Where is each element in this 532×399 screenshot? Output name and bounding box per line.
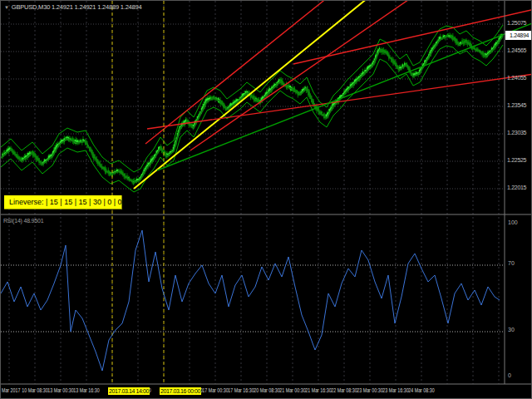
rsi-levels — [1, 265, 505, 332]
time-axis-label: 21 Mar 16:30 — [305, 387, 331, 393]
rsi-line[interactable] — [1, 230, 500, 371]
rsi-scale-label: 70 — [508, 260, 515, 266]
chart-title-bar: ▼GBPUSD,M30 1.24921 1.24921 1.24889 1.24… — [4, 3, 142, 11]
yellow-trend[interactable] — [134, 1, 372, 189]
rsi-indicator-label: RSI(14) 48.9501 — [3, 218, 43, 224]
collapse-arrow-icon[interactable]: ▼ — [4, 5, 9, 10]
time-axis-label: 17 Mar 00:30 — [202, 387, 228, 393]
price-axis-label: 1.24565 — [507, 47, 526, 53]
chart-window: ▼GBPUSD,M30 1.24921 1.24921 1.24889 1.24… — [0, 0, 532, 399]
time-axis-label: 24 Mar 08:30 — [408, 387, 434, 393]
time-axis-label: 17 Mar 16:30 — [228, 387, 254, 393]
time-axis-label: 13 Mar 00:30 — [47, 387, 73, 393]
rsi-scale-label: 0 — [508, 372, 511, 378]
time-axis-label: 13 Mar 16:30 — [73, 387, 99, 393]
time-axis-label: 23 Mar 16:30 — [382, 387, 408, 393]
time-axis-label: 23 Mar 00:30 — [357, 387, 382, 393]
time-axis-event-label: 2017.03.14 14:00 — [108, 387, 150, 395]
red-steep-2[interactable] — [190, 1, 416, 150]
red-channel-upper[interactable] — [293, 9, 532, 64]
time-axis[interactable]: 9 Mar 201710 Mar 08:3013 Mar 00:3013 Mar… — [1, 385, 532, 399]
time-axis-label: 10 Mar 08:30 — [22, 387, 47, 393]
symbol-period-label: GBPUSD,M30 — [12, 3, 50, 11]
time-axis-event-label: 2017.03.16 00:00 — [160, 387, 201, 395]
time-axis-label: 21 Mar 00:30 — [279, 387, 305, 393]
time-axis-label: 20 Mar 08:30 — [254, 387, 279, 393]
price-axis-label: 1.22525 — [507, 157, 526, 163]
rsi-scale-label: 100 — [508, 219, 518, 225]
price-axis-label: 1.25075 — [507, 20, 526, 26]
ohlc-values: 1.24921 1.24921 1.24889 1.24894 — [52, 3, 142, 11]
time-axis-label: 22 Mar 08:30 — [331, 387, 357, 393]
price-axis-label: 1.23035 — [507, 130, 526, 135]
price-axis-label: 1.24055 — [507, 75, 526, 81]
lineverse-indicator-label[interactable]: Lineverse: | 15 | 15 | 15 | 30 | 0 | 0 — [4, 195, 122, 209]
price-axis-label: 1.22015 — [507, 185, 526, 190]
rsi-scale-label: 30 — [508, 327, 515, 332]
current-price-badge: 1.24894 — [505, 31, 532, 40]
candlesticks — [2, 32, 502, 185]
price-axis-label: 1.23545 — [507, 102, 526, 108]
trend-lines[interactable] — [134, 1, 532, 189]
time-axis-label: 9 Mar 2017 — [0, 387, 20, 393]
